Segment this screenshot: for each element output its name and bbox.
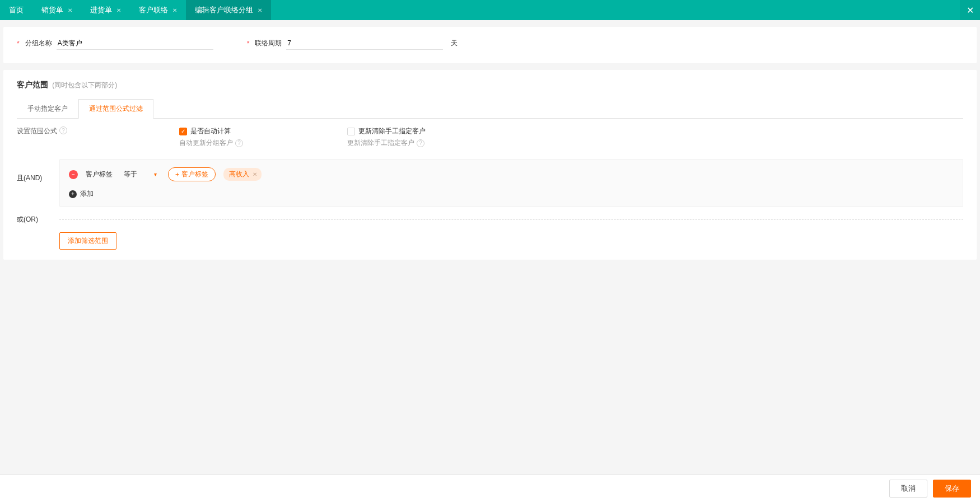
contact-cycle-field: * 联络周期 天 — [247, 37, 458, 50]
tab-label: 客户联络 — [139, 5, 168, 15]
rule-operator-value: 等于 — [124, 170, 137, 179]
section-title: 客户范围 — [17, 80, 48, 89]
auto-calc-subtext-row: 自动更新分组客户 ? — [179, 138, 347, 148]
and-group: 且(AND) − 客户标签 等于 ▾ + 客户标签 高收入 ✕ — [17, 159, 963, 207]
auto-calc-label: 是否自动计算 — [190, 126, 231, 136]
remove-rule-icon[interactable]: − — [69, 170, 78, 179]
clear-manual-subtext-row: 更新清除手工指定客户 ? — [347, 138, 515, 148]
close-icon[interactable]: ✕ — [116, 7, 121, 13]
inner-tabs: 手动指定客户 通过范围公式过滤 — [17, 99, 963, 119]
clear-manual-checkbox[interactable] — [347, 128, 355, 135]
clear-manual-checkbox-row: 更新清除手工指定客户 — [347, 126, 515, 136]
help-icon[interactable]: ? — [235, 139, 243, 147]
tag-text: 高收入 — [229, 170, 249, 179]
inner-tab-formula[interactable]: 通过范围公式过滤 — [78, 99, 153, 119]
form-section: * 分组名称 * 联络周期 天 — [3, 27, 977, 63]
rule-builder: 且(AND) − 客户标签 等于 ▾ + 客户标签 高收入 ✕ — [17, 159, 963, 250]
group-name-field: * 分组名称 — [17, 37, 213, 50]
or-label: 或(OR) — [17, 215, 48, 224]
scope-section: 客户范围 (同时包含以下两部分) 手动指定客户 通过范围公式过滤 设置范围公式 … — [3, 70, 977, 260]
add-customer-tag-button[interactable]: + 客户标签 — [168, 167, 216, 181]
tab-label: 编辑客户联络分组 — [195, 5, 253, 15]
tag-close-icon[interactable]: ✕ — [253, 171, 257, 177]
settings-label-wrap: 设置范围公式 ? — [17, 126, 179, 148]
dashed-divider — [59, 219, 963, 220]
auto-calc-subtext: 自动更新分组客户 — [179, 138, 233, 148]
add-condition-button[interactable]: + 添加 — [69, 189, 954, 199]
close-icon[interactable]: ✕ — [258, 7, 262, 13]
section-subtitle: (同时包含以下两部分) — [52, 81, 117, 89]
top-tab-bar: 首页 销货单 ✕ 进货单 ✕ 客户联络 ✕ 编辑客户联络分组 ✕ ✕ — [0, 0, 980, 20]
tab-label: 进货单 — [90, 5, 112, 15]
tab-label: 首页 — [9, 5, 24, 15]
clear-manual-label: 更新清除手工指定客户 — [358, 126, 426, 136]
auto-calc-checkbox-row: ✓ 是否自动计算 — [179, 126, 347, 136]
settings-label: 设置范围公式 — [17, 126, 57, 136]
help-icon[interactable]: ? — [59, 126, 67, 134]
tab-label: 销货单 — [41, 5, 63, 15]
tab-home[interactable]: 首页 — [0, 0, 32, 20]
plus-circle-icon: + — [69, 190, 77, 198]
or-separator: 或(OR) — [17, 215, 963, 224]
required-star-icon: * — [17, 40, 20, 48]
close-icon[interactable]: ✕ — [172, 7, 177, 13]
tag-chip: 高收入 ✕ — [223, 168, 262, 181]
inner-tab-manual[interactable]: 手动指定客户 — [17, 99, 78, 119]
contact-cycle-input[interactable] — [286, 37, 443, 50]
help-icon[interactable]: ? — [417, 139, 424, 147]
add-tag-label: 客户标签 — [181, 170, 208, 179]
chevron-down-icon: ▾ — [154, 171, 157, 177]
contact-cycle-label: 联络周期 — [255, 39, 282, 48]
tab-purchase-order[interactable]: 进货单 ✕ — [81, 0, 130, 20]
contact-cycle-unit: 天 — [451, 39, 458, 48]
plus-icon: + — [175, 171, 179, 179]
auto-calc-checkbox[interactable]: ✓ — [179, 128, 187, 135]
section-header: 客户范围 (同时包含以下两部分) — [17, 80, 963, 90]
group-name-label: 分组名称 — [25, 39, 52, 48]
and-label: 且(AND) — [17, 159, 48, 183]
rule-operator-select[interactable]: 等于 ▾ — [120, 168, 160, 180]
required-star-icon: * — [247, 40, 250, 48]
rule-line: − 客户标签 等于 ▾ + 客户标签 高收入 ✕ — [69, 167, 954, 181]
tab-edit-contact-group[interactable]: 编辑客户联络分组 ✕ — [186, 0, 271, 20]
auto-calc-col: ✓ 是否自动计算 自动更新分组客户 ? — [179, 126, 347, 148]
form-row: * 分组名称 * 联络周期 天 — [17, 37, 963, 50]
add-filter-range-button[interactable]: 添加筛选范围 — [59, 232, 116, 250]
clear-manual-subtext: 更新清除手工指定客户 — [347, 138, 414, 148]
settings-row: 设置范围公式 ? ✓ 是否自动计算 自动更新分组客户 ? 更新清除手工指定客户 … — [17, 126, 963, 148]
spacer — [0, 260, 980, 304]
tab-sales-order[interactable]: 销货单 ✕ — [32, 0, 81, 20]
group-name-input[interactable] — [57, 37, 213, 50]
add-condition-label: 添加 — [80, 189, 94, 199]
rule-field-label: 客户标签 — [86, 170, 113, 179]
close-icon[interactable]: ✕ — [68, 7, 72, 13]
close-all-icon[interactable]: ✕ — [960, 0, 980, 20]
tab-customer-contact[interactable]: 客户联络 ✕ — [130, 0, 186, 20]
clear-manual-col: 更新清除手工指定客户 更新清除手工指定客户 ? — [347, 126, 515, 148]
rule-panel: − 客户标签 等于 ▾ + 客户标签 高收入 ✕ — [59, 159, 963, 207]
